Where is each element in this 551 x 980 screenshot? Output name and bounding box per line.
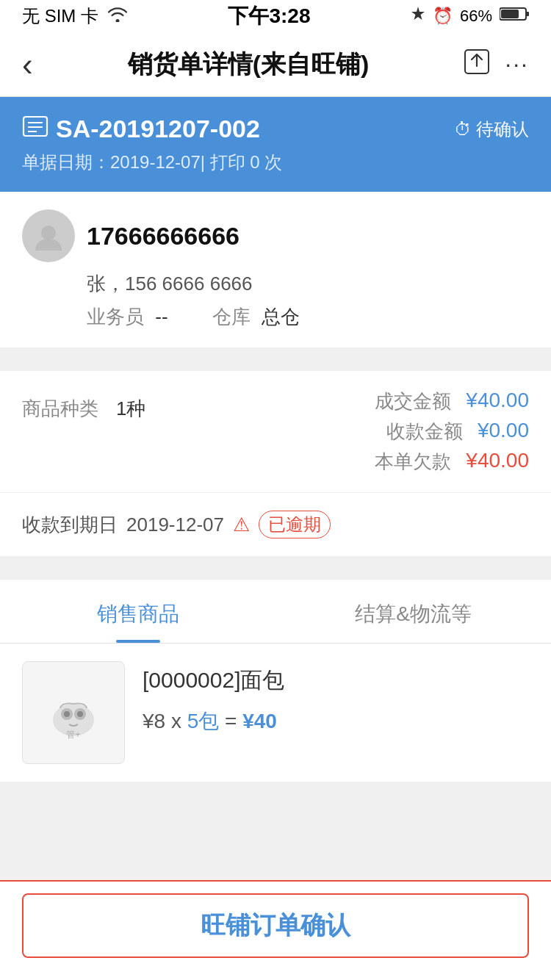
status-time: 下午3:28 [228,2,310,30]
divider-1 [0,359,551,371]
alarm-icon: ⏰ [433,7,453,26]
divider-2 [0,556,551,568]
carrier-label: 无 SIM 卡 [22,4,98,28]
tabs-section: 销售商品 结算&物流等 管+ [00000 [0,580,551,782]
overdue-badge: 已逾期 [259,511,331,538]
goods-type-value: 1种 [116,396,145,422]
warehouse-label: 仓库 [212,306,251,328]
due-date: 2019-12-07 [126,514,224,536]
deal-value: ¥40.00 [466,389,529,414]
goods-type: 商品种类 1种 [22,389,145,422]
overdue-label: 本单欠款 [375,449,451,475]
alert-icon: ⚠ [233,514,250,536]
customer-row: 17666666666 [22,209,529,262]
customer-phone: 17666666666 [87,222,240,251]
overdue-value: ¥40.00 [466,449,529,475]
status-right: ⏰ 66% [411,6,529,26]
order-icon [22,115,48,143]
due-label: 收款到期日 [22,512,118,538]
more-button[interactable]: ··· [505,51,529,78]
warehouse-value: 总仓 [262,306,300,328]
confirm-order-button[interactable]: 旺铺订单确认 [22,893,529,958]
goods-type-label: 商品种类 [22,396,98,422]
payment-label: 收款金额 [386,419,463,444]
customer-section: 17666666666 张，156 6666 6666 业务员 -- 仓库 总仓 [0,192,551,347]
product-item: 管+ [0000002]面包 ¥8 x 5包 = ¥40 [22,661,529,764]
svg-text:管+: 管+ [66,729,80,740]
order-status: ⏱ 待确认 [454,118,529,141]
product-name: [0000002]面包 [143,666,529,696]
deal-label: 成交金额 [375,389,451,414]
clock-icon: ⏱ [454,119,472,140]
payment-amount-row: 收款金额 ¥0.00 [386,419,529,444]
product-section: 管+ [0000002]面包 ¥8 x 5包 = ¥40 [0,644,551,782]
order-header: SA-20191207-002 ⏱ 待确认 单据日期：2019-12-07| 打… [0,97,551,192]
tab-settlement-logistics[interactable]: 结算&物流等 [276,580,551,643]
wifi-icon [107,6,128,26]
amount-section: 商品种类 1种 成交金额 ¥40.00 收款金额 ¥0.00 本单欠款 ¥40.… [0,371,551,492]
order-id: SA-20191207-002 [22,115,260,143]
tab-sales-products[interactable]: 销售商品 [0,580,276,643]
battery-label: 66% [460,7,492,26]
share-button[interactable] [464,48,490,80]
amount-right: 成交金额 ¥40.00 收款金额 ¥0.00 本单欠款 ¥40.00 [375,389,529,475]
svg-rect-2 [501,10,519,18]
location-icon [411,6,425,26]
back-button[interactable]: ‹ [22,46,33,83]
overdue-amount-row: 本单欠款 ¥40.00 [375,449,529,475]
staff-label: 业务员 [87,306,144,328]
status-bar: 无 SIM 卡 下午3:28 ⏰ 66% [0,0,551,32]
customer-detail: 张，156 6666 6666 [22,271,529,297]
nav-right-icons: ··· [464,48,529,80]
staff-value: -- [155,306,168,328]
svg-point-12 [64,711,70,717]
due-row: 收款到期日 2019-12-07 ⚠ 已逾期 [22,511,529,538]
product-info: [0000002]面包 ¥8 x 5包 = ¥40 [143,661,529,735]
tabs-header: 销售商品 结算&物流等 [0,580,551,644]
battery-icon [500,7,529,26]
order-date: 单据日期：2019-12-07| 打印 0 次 [22,151,529,174]
status-left: 无 SIM 卡 [22,4,128,28]
product-price: ¥8 x 5包 = ¥40 [143,707,529,735]
page-title: 销货单详情(来自旺铺) [48,48,450,82]
svg-point-13 [77,711,83,717]
svg-rect-1 [526,12,529,16]
avatar [22,209,75,262]
payment-value: ¥0.00 [478,419,529,444]
customer-meta: 业务员 -- 仓库 总仓 [22,304,529,330]
due-section: 收款到期日 2019-12-07 ⚠ 已逾期 [0,492,551,556]
deal-amount-row: 成交金额 ¥40.00 [375,389,529,414]
bottom-bar: 旺铺订单确认 [0,880,551,980]
svg-point-8 [41,226,56,240]
nav-bar: ‹ 销货单详情(来自旺铺) ··· [0,32,551,97]
product-thumbnail: 管+ [22,661,125,764]
